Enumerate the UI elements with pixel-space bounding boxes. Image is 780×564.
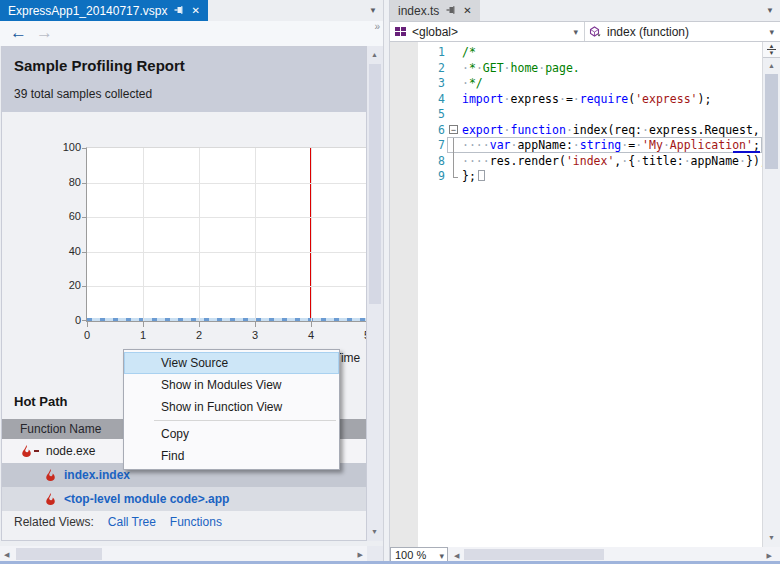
left-tabstrip: ExpressApp1_20140717.vspx ✕ ▼ (0, 0, 383, 21)
y-tick-mark (82, 286, 87, 287)
function-name[interactable]: node.exe (46, 444, 95, 458)
menu-item-copy[interactable]: Copy (124, 423, 339, 445)
scroll-left-icon[interactable]: ◀ (454, 551, 459, 561)
tab-list-dropdown-icon[interactable]: ▼ (369, 6, 377, 15)
module-icon (395, 27, 406, 36)
close-icon[interactable]: ✕ (191, 6, 199, 16)
tab-list-dropdown-icon[interactable]: ▼ (766, 6, 774, 15)
scroll-down-icon[interactable]: ▼ (768, 533, 775, 543)
x-tick-label: 1 (133, 329, 153, 341)
vertical-scroll-thumb[interactable] (765, 74, 778, 169)
y-tick-label: 40 (47, 245, 81, 257)
horizontal-scroll-thumb[interactable] (464, 549, 604, 560)
toolbar-overflow-icon[interactable]: » (374, 21, 380, 32)
zoom-level-dropdown[interactable]: 100 % ▾ (390, 547, 448, 562)
line-number: 5 (418, 107, 445, 121)
tab-expressapp-vspx[interactable]: ExpressApp1_20140717.vspx ✕ (0, 0, 208, 21)
tab-title: ExpressApp1_20140717.vspx (8, 4, 167, 18)
horizontal-scroll-thumb[interactable] (16, 548, 102, 560)
related-views: Related Views: Call Tree Functions (14, 515, 222, 529)
related-views-label: Related Views: (14, 515, 94, 529)
report-horizontal-scrollbar[interactable]: ◀ ▶ (0, 546, 367, 562)
line-number: 3 (418, 76, 445, 90)
line-number: 1 (418, 45, 445, 59)
pin-icon[interactable] (174, 4, 184, 18)
scroll-up-icon[interactable]: ▲ (371, 50, 378, 60)
zoom-level-value: 100 % (395, 549, 426, 561)
gridline (87, 217, 367, 218)
code-line-3[interactable]: 3·*/ (390, 76, 762, 92)
flame-icon (44, 468, 57, 482)
scroll-up-icon[interactable]: ▲ (768, 61, 775, 71)
editor-vertical-scrollbar[interactable]: ▲▼ ▲ ▼ (762, 42, 780, 547)
outline-margin (448, 76, 461, 92)
y-tick-mark (82, 320, 87, 321)
code-line-5[interactable]: 5 (390, 107, 762, 123)
panel-splitter[interactable] (383, 0, 390, 561)
code-line-9[interactable]: 9}; (390, 169, 762, 185)
y-tick-label: 0 (47, 314, 81, 326)
hot-path-heading: Hot Path (14, 394, 67, 409)
chevron-down-icon[interactable]: ▾ (769, 27, 774, 37)
back-icon[interactable]: ← (10, 23, 27, 43)
call-tree-link[interactable]: Call Tree (108, 515, 156, 529)
editor-split-handle[interactable]: ▲▼ (763, 42, 780, 58)
hot-path-row[interactable]: <top-level module code>.app (2, 487, 366, 511)
report-toolbar: ← → » (0, 21, 383, 46)
right-tabstrip: index.ts ✕ ▼ (390, 0, 780, 21)
menu-item-show-in-modules-view[interactable]: Show in Modules View (124, 374, 339, 396)
fold-box-icon[interactable]: − (449, 125, 458, 134)
x-tick-mark (87, 322, 88, 327)
code-text: ····res.render('index',·{·title:·appName… (462, 154, 762, 168)
code-text: ····var·appName:·string·=·'My·Applicatio… (462, 138, 760, 152)
x-tick-label: 5 (357, 329, 367, 341)
functions-link[interactable]: Functions (170, 515, 222, 529)
report-vertical-scrollbar[interactable]: ▲ ▼ (367, 46, 383, 541)
scroll-right-icon[interactable]: ▶ (767, 551, 772, 561)
gridline (87, 252, 367, 253)
menu-item-show-in-function-view[interactable]: Show in Function View (124, 396, 339, 418)
code-line-8[interactable]: 8····res.render('index',·{·title:·appNam… (390, 154, 762, 170)
x-tick-label: 0 (77, 329, 97, 341)
tab-index-ts[interactable]: index.ts ✕ (390, 0, 480, 21)
member-dropdown[interactable]: index (function) ▾ (584, 22, 780, 41)
gridline (87, 183, 367, 184)
code-line-2[interactable]: 2·*·GET·home·page. (390, 61, 762, 77)
chart-baseline (87, 318, 367, 321)
line-number: 8 (418, 154, 445, 168)
y-tick-mark (82, 148, 87, 149)
chevron-down-icon[interactable]: ▾ (573, 27, 578, 37)
chevron-down-icon[interactable]: ▾ (439, 551, 444, 561)
menu-item-find[interactable]: Find (124, 445, 339, 467)
cpu-usage-chart[interactable]: 020406080100012345 (86, 147, 367, 322)
fold-line (453, 138, 454, 154)
y-tick-label: 100 (47, 141, 81, 153)
scroll-down-icon[interactable]: ▼ (371, 527, 378, 537)
editor-status-row: 100 % ▾ ◀ ▶ (390, 547, 780, 562)
outline-margin (448, 61, 461, 77)
scroll-left-icon[interactable]: ◀ (4, 550, 9, 560)
outline-margin (448, 92, 461, 108)
scroll-right-icon[interactable]: ▶ (358, 550, 363, 560)
menu-item-view-source[interactable]: View Source (124, 352, 339, 374)
code-text: import·express·=·require('express'); (462, 92, 711, 106)
scope-value: <global> (412, 25, 458, 39)
code-line-7[interactable]: 7····var·appName:·string·=·'My·Applicati… (390, 138, 762, 154)
report-header-band: Sample Profiling Report 39 total samples… (2, 47, 366, 112)
code-line-4[interactable]: 4import·express·=·require('express'); (390, 92, 762, 108)
function-name[interactable]: <top-level module code>.app (64, 492, 229, 506)
code-line-1[interactable]: 1/* (390, 45, 762, 61)
pin-icon[interactable] (446, 4, 456, 18)
x-tick-mark (199, 322, 200, 327)
line-number: 4 (418, 92, 445, 106)
editor-navigation-bar: <global> ▾ index (function) ▾ (390, 21, 780, 42)
scope-dropdown[interactable]: <global> ▾ (390, 22, 585, 41)
context-menu: View SourceShow in Modules ViewShow in F… (123, 349, 340, 470)
close-icon[interactable]: ✕ (463, 6, 471, 16)
function-name[interactable]: index.index (64, 468, 130, 482)
code-editor[interactable]: 1/*2·*·GET·home·page.3·*/4import·express… (390, 42, 762, 547)
outline-margin (448, 45, 461, 61)
vertical-scroll-thumb[interactable] (369, 64, 381, 304)
y-tick-label: 20 (47, 279, 81, 291)
code-text: ·*·GET·home·page. (462, 61, 580, 75)
